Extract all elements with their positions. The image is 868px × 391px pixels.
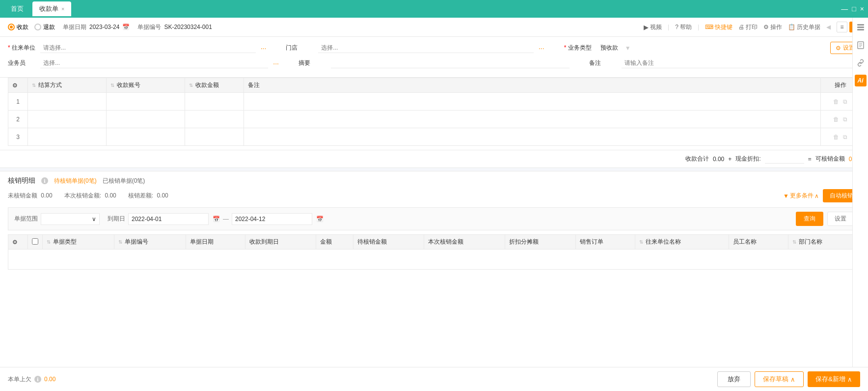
calendar-icon[interactable]: 📅: [122, 24, 130, 30]
staff-more-icon[interactable]: ···: [273, 59, 279, 67]
summary-field: 摘要: [298, 58, 570, 68]
table-row: 2 🗑 ⧉: [8, 111, 860, 128]
table-gear-icon[interactable]: ⚙: [12, 82, 18, 89]
row-1-settle[interactable]: [28, 93, 107, 111]
row-2-amount[interactable]: [185, 111, 244, 128]
bth-date: 单据日期: [186, 235, 245, 250]
tab-active[interactable]: 收款单 ×: [32, 1, 71, 16]
row-1-remark[interactable]: [244, 93, 821, 111]
row-2-copy-icon[interactable]: ⧉: [843, 116, 847, 123]
remark-input[interactable]: [622, 58, 860, 68]
filter-settings-button[interactable]: 设置: [827, 212, 854, 226]
date-separator: —: [223, 216, 229, 223]
bth-dept-label: 部门名称: [799, 238, 822, 245]
print-icon: 🖨: [738, 24, 744, 30]
done-tab[interactable]: 已核销单据(0笔): [103, 177, 145, 185]
filter-icon: ▼: [783, 193, 789, 199]
more-conditions-btn[interactable]: ▼ 更多条件 ∧: [783, 192, 819, 200]
footer-info-icon[interactable]: ℹ: [34, 376, 41, 383]
staff-input[interactable]: [40, 58, 268, 68]
range-filter-label: 单据范围: [14, 215, 38, 223]
business-type-dropdown-icon[interactable]: ▼: [625, 45, 631, 52]
row-3-amount[interactable]: [185, 128, 244, 146]
partner-input[interactable]: [40, 43, 256, 53]
row-3-settle[interactable]: [28, 128, 107, 146]
current-label: 本次核销金额:: [64, 192, 101, 199]
bth-checkbox: [28, 235, 43, 250]
select-all-checkbox[interactable]: [32, 238, 38, 245]
row-3-remark[interactable]: [244, 128, 821, 146]
footer-left: 本单上欠 ℹ 0.00: [8, 375, 55, 384]
save-new-button[interactable]: 保存&新增 ∧: [808, 371, 860, 387]
row-3-copy-icon[interactable]: ⧉: [843, 134, 847, 140]
query-button[interactable]: 查询: [796, 212, 823, 226]
bth-staff-label: 员工名称: [733, 238, 757, 245]
shortcut-icon: ⌨: [705, 24, 713, 30]
shortcut-btn[interactable]: ⌨ 快捷键: [705, 23, 732, 31]
store-input[interactable]: [318, 43, 534, 53]
partner-label: 往来单位: [8, 44, 37, 52]
radio-collect[interactable]: 收款: [8, 23, 28, 31]
bth-due-date: 收款到期日: [245, 235, 316, 250]
row-1-amount[interactable]: [185, 93, 244, 111]
history-btn[interactable]: 📋 历史单据: [788, 23, 820, 31]
store-more-icon[interactable]: ···: [539, 44, 544, 52]
nav-prev-icon[interactable]: ◀: [826, 24, 831, 30]
cal-to-icon[interactable]: 📅: [316, 216, 324, 223]
partner-more-icon[interactable]: ···: [261, 44, 267, 52]
radio-group: 收款 退款: [8, 23, 55, 31]
row-2-delete-icon[interactable]: 🗑: [833, 116, 839, 123]
row-1-delete-icon[interactable]: 🗑: [833, 98, 839, 105]
reconcile-stats: 未核销金额 0.00 本次核销金额: 0.00 核销差额: 0.00 ▼ 更多条…: [8, 189, 860, 202]
sidebar-icon-table[interactable]: [855, 22, 867, 33]
pending-tab[interactable]: 待核销单据(0笔): [54, 177, 97, 185]
discount-label: 现金折扣:: [735, 155, 760, 163]
row-1-copy-icon[interactable]: ⧉: [843, 98, 847, 105]
reconcile-info-icon[interactable]: ℹ: [41, 177, 48, 184]
bth-current: 本次核销金额: [424, 235, 505, 250]
view-list-icon[interactable]: ≡: [837, 22, 847, 32]
row-2-remark[interactable]: [244, 111, 821, 128]
minimize-btn[interactable]: —: [841, 5, 848, 13]
tab-home[interactable]: 首页: [4, 1, 30, 16]
svg-rect-2: [857, 29, 864, 30]
close-btn[interactable]: ×: [860, 5, 864, 13]
draft-button[interactable]: 保存草稿 ∧: [755, 371, 804, 387]
due-date-to-input[interactable]: [232, 213, 312, 225]
cal-from-icon[interactable]: 📅: [213, 216, 220, 223]
discount-input[interactable]: [765, 154, 804, 164]
abandon-button[interactable]: 放弃: [717, 371, 751, 387]
bth-sales-order: 销售订单: [575, 235, 635, 250]
print-btn[interactable]: 🖨 打印: [738, 23, 758, 31]
help-btn[interactable]: ? 帮助: [675, 23, 692, 31]
sidebar-icon-invoice[interactable]: [855, 39, 867, 51]
row-2-settle[interactable]: [28, 111, 107, 128]
operation-btn[interactable]: ⚙ 操作: [763, 23, 782, 31]
restore-btn[interactable]: □: [852, 5, 856, 13]
staff-label: 业务员: [8, 59, 37, 67]
video-btn[interactable]: ▶ 视频: [644, 23, 662, 31]
bottom-table-header: ⚙ ⇅ 单据类型 ⇅ 单据编号 单据日期: [8, 235, 860, 250]
operation-label: 操作: [770, 23, 782, 31]
toolbar-actions: ▶ 视频 | ? 帮助 | ⌨ 快捷键 🖨 打印 ⚙ 操作 📋: [644, 22, 860, 32]
sidebar-icon-ai[interactable]: Ai: [855, 75, 867, 86]
footer-right: 放弃 保存草稿 ∧ 保存&新增 ∧: [717, 371, 860, 387]
bth-dept: ⇅ 部门名称: [788, 235, 860, 250]
th-settle: ⇅ 结算方式: [28, 78, 107, 93]
store-field: 门店 ···: [286, 43, 544, 53]
history-label: 历史单据: [797, 23, 820, 31]
row-3-account[interactable]: [107, 128, 185, 146]
sidebar-icon-link[interactable]: [855, 57, 867, 69]
bottom-gear-icon[interactable]: ⚙: [12, 239, 18, 246]
radio-refund[interactable]: 退款: [34, 23, 55, 31]
row-1-account[interactable]: [107, 93, 185, 111]
radio-collect-dot: [8, 24, 15, 30]
tab-close-icon[interactable]: ×: [61, 6, 64, 12]
summary-input[interactable]: [331, 58, 570, 68]
row-2-account[interactable]: [107, 111, 185, 128]
due-date-from-input[interactable]: [128, 213, 209, 225]
form-row-1: 往来单位 ··· 门店 ··· 业务类型 预收款 ▼ ⚙ 设置: [8, 42, 860, 54]
settle-sort-icon: ⇅: [32, 83, 36, 88]
row-3-delete-icon[interactable]: 🗑: [833, 134, 839, 140]
range-filter-select[interactable]: ∨: [41, 213, 100, 225]
